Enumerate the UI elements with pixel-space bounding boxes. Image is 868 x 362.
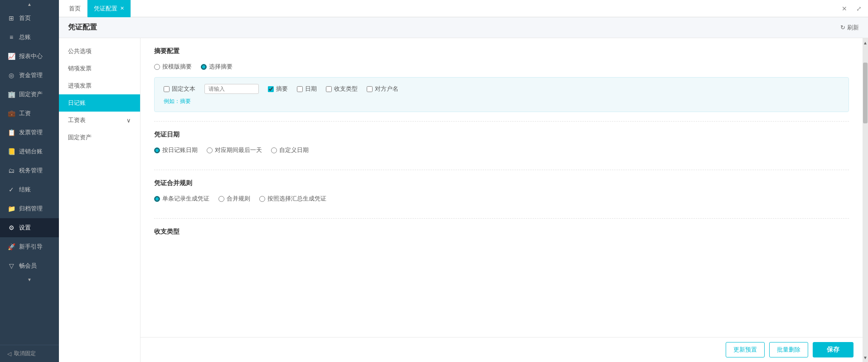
chevron-down-icon: ∨ (126, 117, 131, 124)
sidebar-scroll-down[interactable]: ▼ (0, 275, 59, 284)
abstract-fixed-text-label: 固定文本 (172, 85, 195, 93)
scroll-down-button[interactable]: ▼ (863, 353, 868, 362)
abstract-fixed-text-option[interactable]: 固定文本 (164, 85, 195, 93)
left-nav-item-public[interactable]: 公共选项 (59, 43, 140, 60)
sidebar-unpin-button[interactable]: ◁ 取消固定 (0, 345, 59, 362)
abstract-fixed-text-checkbox[interactable] (164, 86, 170, 92)
invoice-icon: 📋 (7, 129, 15, 136)
tab-voucher-label: 凭证配置 (94, 5, 117, 13)
sidebar-item-checkout[interactable]: ✓ 结账 (0, 180, 59, 199)
sidebar-item-home[interactable]: ⊞ 首页 (0, 9, 59, 28)
merge-options-group: 单条记录生成凭证 合并规则 按照选择汇总生成凭证 (154, 195, 849, 203)
abstract-select-option[interactable]: 选择摘要 (201, 63, 233, 71)
left-nav-label: 进项发票 (68, 82, 92, 90)
abstract-counterpart-checkbox[interactable] (367, 86, 373, 92)
sidebar-item-label: 报表中心 (19, 52, 43, 60)
section-income-type: 收支类型 (154, 228, 849, 252)
date-period-radio[interactable] (207, 147, 213, 153)
body-layout: 公共选项 销项发票 进项发票 日记账 工资表 ∨ 固定资产 (59, 38, 868, 362)
left-nav: 公共选项 销项发票 进项发票 日记账 工资表 ∨ 固定资产 (59, 38, 141, 362)
date-period-last-option[interactable]: 对应期间最后一天 (207, 146, 262, 154)
merge-single-label: 单条记录生成凭证 (162, 195, 209, 203)
abstract-date-checkbox[interactable] (297, 86, 303, 92)
settings-icon: ⚙ (7, 224, 15, 231)
left-nav-label: 固定资产 (68, 133, 92, 142)
update-preset-button[interactable]: 更新预置 (726, 342, 765, 357)
abstract-date-option[interactable]: 日期 (297, 85, 317, 93)
bottom-bar: 更新预置 批量删除 保存 (141, 337, 863, 362)
merge-summary-option[interactable]: 按照选择汇总生成凭证 (259, 195, 326, 203)
sidebar-item-ledger[interactable]: ≡ 总账 (0, 28, 59, 47)
tab-expand-button[interactable]: ⤢ (853, 4, 864, 13)
abstract-summary-option[interactable]: 摘要 (268, 85, 288, 93)
left-nav-item-purchase-invoice[interactable]: 进项发票 (59, 77, 140, 94)
tabbar-actions: ✕ ⤢ (839, 4, 864, 13)
merge-single-radio[interactable] (154, 196, 160, 202)
page-header: 凭证配置 ↻ 刷新 (59, 17, 868, 38)
sidebar-item-salary[interactable]: 💼 工资 (0, 104, 59, 123)
abstract-date-label: 日期 (305, 85, 317, 93)
sidebar: ▲ ⊞ 首页 ≡ 总账 📈 报表中心 ◎ 资金管理 🏢 固定资产 💼 工资 📋 … (0, 0, 59, 362)
date-journal-option[interactable]: 按日记账日期 (154, 146, 198, 154)
merge-summary-label: 按照选择汇总生成凭证 (267, 195, 326, 203)
left-nav-item-sales-invoice[interactable]: 销项发票 (59, 60, 140, 77)
abstract-counterpart-option[interactable]: 对方户名 (367, 85, 398, 93)
left-nav-item-fixed-asset[interactable]: 固定资产 (59, 129, 140, 146)
sidebar-item-invoice[interactable]: 📋 发票管理 (0, 123, 59, 142)
batch-delete-button[interactable]: 批量删除 (769, 342, 808, 357)
date-custom-radio[interactable] (271, 147, 277, 153)
abstract-income-type-checkbox[interactable] (326, 86, 332, 92)
sidebar-item-label: 税务管理 (19, 166, 43, 175)
sidebar-item-guide[interactable]: 🚀 新手引导 (0, 237, 59, 256)
sidebar-item-tax[interactable]: 🗂 税务管理 (0, 161, 59, 180)
abstract-template-option[interactable]: 按模版摘要 (154, 63, 192, 71)
left-nav-item-journal[interactable]: 日记账 (59, 94, 140, 112)
pin-icon: ◁ (7, 351, 11, 357)
merge-rule-option[interactable]: 合并规则 (218, 195, 250, 203)
refresh-label: 刷新 (847, 24, 859, 32)
page-title: 凭证配置 (68, 23, 97, 32)
report-icon: 📈 (7, 53, 15, 60)
abstract-income-type-option[interactable]: 收支类型 (326, 85, 358, 93)
sidebar-item-member[interactable]: ▽ 畅会员 (0, 256, 59, 275)
tabbar: 首页 凭证配置 ✕ ✕ ⤢ (59, 0, 868, 17)
date-custom-option[interactable]: 自定义日期 (271, 146, 309, 154)
refresh-button[interactable]: ↻ 刷新 (840, 24, 859, 32)
abstract-select-radio[interactable] (201, 64, 207, 70)
sidebar-scroll-up[interactable]: ▲ (0, 0, 59, 9)
date-period-label: 对应期间最后一天 (215, 146, 262, 154)
global-scrollbar: ▲ ▼ (863, 38, 868, 362)
tab-home[interactable]: 首页 (63, 0, 87, 17)
date-journal-radio[interactable] (154, 147, 160, 153)
content-area: 凭证配置 ↻ 刷新 公共选项 销项发票 进项发票 日记账 (59, 17, 868, 362)
sidebar-item-archive[interactable]: 📁 归档管理 (0, 199, 59, 218)
merge-single-option[interactable]: 单条记录生成凭证 (154, 195, 209, 203)
abstract-summary-checkbox[interactable] (268, 86, 274, 92)
sidebar-item-asset[interactable]: 🏢 固定资产 (0, 85, 59, 104)
save-button[interactable]: 保存 (813, 342, 853, 357)
sidebar-item-label: 归档管理 (19, 205, 43, 213)
scroll-track[interactable] (863, 47, 868, 353)
section-date-title: 凭证日期 (154, 131, 849, 139)
sidebar-item-settings[interactable]: ⚙ 设置 (0, 218, 59, 237)
member-icon: ▽ (7, 262, 15, 269)
left-nav-label: 公共选项 (68, 47, 92, 55)
abstract-config-box: 固定文本 摘要 日期 (154, 77, 849, 112)
section-abstract: 摘要配置 按模版摘要 选择摘要 (154, 47, 849, 122)
sidebar-item-purchase[interactable]: 📒 进销台账 (0, 142, 59, 161)
tab-close-icon[interactable]: ✕ (120, 5, 124, 11)
tab-voucher-config[interactable]: 凭证配置 ✕ (87, 0, 131, 17)
abstract-example: 例如：摘要 (164, 98, 839, 105)
sidebar-item-label: 新手引导 (19, 243, 43, 251)
merge-summary-radio[interactable] (259, 196, 265, 202)
scroll-up-button[interactable]: ▲ (863, 38, 868, 47)
sidebar-item-fund[interactable]: ◎ 资金管理 (0, 66, 59, 85)
merge-rule-radio[interactable] (218, 196, 224, 202)
abstract-template-radio[interactable] (154, 64, 160, 70)
abstract-text-input[interactable] (204, 84, 259, 94)
tab-close-button[interactable]: ✕ (839, 4, 850, 13)
left-nav-item-payroll[interactable]: 工资表 ∨ (59, 112, 140, 129)
sidebar-item-report[interactable]: 📈 报表中心 (0, 47, 59, 66)
guide-icon: 🚀 (7, 243, 15, 250)
abstract-summary-label: 摘要 (276, 85, 288, 93)
